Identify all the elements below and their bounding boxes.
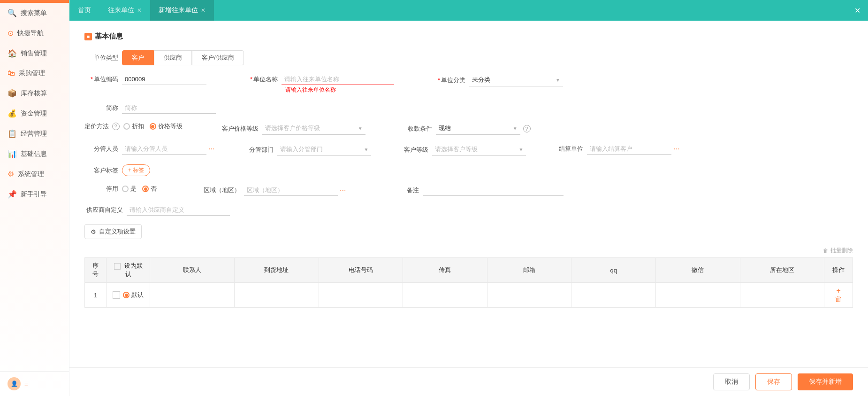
batch-delete-label[interactable]: 批量删除 — [830, 247, 853, 255]
manager-more-icon[interactable]: ··· — [206, 145, 216, 153]
tab-add-partner[interactable]: 新增往来单位 ✕ — [150, 0, 214, 21]
customer-level-select[interactable]: 请选择客户等级 ▼ — [432, 143, 526, 156]
short-name-field: 简称 — [84, 102, 216, 114]
pricing-help-icon[interactable]: ? — [112, 123, 120, 130]
address-input[interactable] — [239, 292, 314, 299]
unit-type-buttons: 客户 供应商 客户/供应商 — [122, 50, 244, 65]
settlement-input[interactable] — [587, 143, 671, 155]
manager-input[interactable] — [122, 143, 206, 155]
email-input[interactable] — [492, 292, 567, 299]
row-add-icon[interactable]: + — [836, 287, 840, 295]
cell-fax[interactable] — [403, 283, 487, 308]
phone-input[interactable] — [324, 292, 398, 299]
col-region: 所在地区 — [740, 258, 824, 283]
cell-qq[interactable] — [571, 283, 656, 308]
pricing-level-radio[interactable]: 价格等级 — [150, 122, 183, 131]
payment-terms-select[interactable]: 现结 ▼ — [436, 122, 520, 135]
pricing-level-circle — [150, 123, 156, 130]
cell-region[interactable] — [740, 283, 824, 308]
qq-input[interactable] — [576, 292, 651, 299]
sidebar-item-system[interactable]: ⚙ 系统管理 — [0, 164, 69, 184]
disabled-no-radio[interactable]: 否 — [142, 185, 157, 193]
sidebar-item-quick-nav[interactable]: ⊙ 快捷导航 — [0, 23, 69, 43]
tab-add-partner-close[interactable]: ✕ — [201, 7, 206, 14]
sidebar: 🔍 搜索菜单 ⊙ 快捷导航 🏠 销售管理 🛍 采购管理 📦 库存核算 💰 资金管… — [0, 0, 69, 396]
customer-price-field: 客户价格等级 请选择客户价格等级 ▼ — [220, 122, 365, 135]
customer-price-label: 客户价格等级 — [220, 124, 262, 133]
payment-terms-help-icon[interactable]: ? — [523, 125, 531, 132]
disabled-yes-circle — [122, 186, 129, 192]
region-table-input[interactable] — [745, 292, 820, 299]
sidebar-item-guide[interactable]: 📌 新手引导 — [0, 184, 69, 204]
batch-delete-row: 🗑 批量删除 — [84, 247, 853, 255]
tab-partner-list[interactable]: 往来单位 ✕ — [99, 0, 150, 21]
sidebar-item-finance-label: 资金管理 — [21, 109, 47, 118]
col-contact: 联系人 — [150, 258, 235, 283]
sidebar-item-basic[interactable]: 📊 基础信息 — [0, 144, 69, 164]
tag-add-button[interactable]: + 标签 — [122, 164, 150, 176]
row-default-radio[interactable]: 默认 — [123, 291, 144, 299]
customer-price-select[interactable]: 请选择客户价格等级 ▼ — [262, 122, 365, 135]
batch-delete-icon: 🗑 — [823, 248, 829, 254]
cell-email[interactable] — [487, 283, 571, 308]
region-more-icon[interactable]: ··· — [338, 186, 348, 194]
region-label: 区域（地区） — [204, 186, 244, 194]
short-name-row: 简称 — [84, 102, 853, 114]
tag-row: 客户标签 + 标签 — [84, 164, 853, 176]
operations-icon: 📋 — [8, 129, 17, 138]
contacts-table: 序号 设为默认 联系人 到货地址 电话号码 传真 邮箱 qq 微信 所在地区 操… — [84, 257, 853, 308]
sidebar-item-inventory-label: 库存核算 — [21, 89, 47, 98]
tag-label: 客户标签 — [84, 166, 122, 175]
cancel-button[interactable]: 取消 — [713, 373, 750, 390]
remark-input[interactable] — [423, 185, 563, 196]
sidebar-item-inventory[interactable]: 📦 库存核算 — [0, 83, 69, 103]
customer-level-chevron: ▼ — [518, 147, 523, 152]
custom-settings-button[interactable]: ⚙ 自定义项设置 — [84, 224, 142, 239]
type-btn-supplier[interactable]: 供应商 — [154, 50, 192, 65]
settlement-more-icon[interactable]: ··· — [671, 145, 681, 153]
row-checkbox[interactable] — [113, 291, 120, 299]
unit-name-input[interactable] — [282, 74, 394, 85]
global-close-button[interactable]: ✕ — [847, 0, 868, 21]
sidebar-item-purchase[interactable]: 🛍 采购管理 — [0, 63, 69, 83]
unit-code-input[interactable] — [122, 74, 206, 85]
cell-wechat[interactable] — [656, 283, 740, 308]
sidebar-item-operations[interactable]: 📋 经营管理 — [0, 124, 69, 144]
unit-category-select[interactable]: 未分类 ▼ — [469, 74, 563, 86]
sidebar-item-search[interactable]: 🔍 搜索菜单 — [0, 3, 69, 23]
cell-phone[interactable] — [319, 283, 403, 308]
sidebar-item-purchase-label: 采购管理 — [19, 69, 45, 78]
bars-icon: ≡ — [24, 380, 28, 388]
sidebar-item-finance[interactable]: 💰 资金管理 — [0, 103, 69, 124]
wechat-input[interactable] — [661, 292, 735, 299]
tab-home-label: 首页 — [78, 6, 91, 15]
unit-name-error: 请输入往来单位名称 — [285, 86, 394, 94]
cell-address[interactable] — [234, 283, 319, 308]
payment-terms-label: 收款条件 — [403, 124, 436, 133]
sidebar-item-sales[interactable]: 🏠 销售管理 — [0, 43, 69, 63]
save-new-button[interactable]: 保存并新增 — [798, 373, 853, 390]
tab-partner-list-close[interactable]: ✕ — [137, 7, 142, 14]
department-field: 分管部门 请输入分管部门 ▼ — [244, 143, 371, 156]
row-delete-icon[interactable]: 🗑 — [835, 295, 842, 303]
select-all-checkbox[interactable] — [114, 263, 121, 270]
supplier-custom-input[interactable] — [127, 204, 230, 216]
department-select[interactable]: 请输入分管部门 ▼ — [277, 143, 371, 156]
region-field: 区域（地区） ··· — [204, 185, 348, 196]
disabled-yes-radio[interactable]: 是 — [122, 185, 137, 193]
type-btn-both[interactable]: 客户/供应商 — [192, 50, 244, 65]
cell-contact[interactable] — [150, 283, 235, 308]
pricing-discount-radio[interactable]: 折扣 — [123, 122, 144, 131]
save-button[interactable]: 保存 — [755, 373, 792, 390]
unit-type-field: 单位类型 客户 供应商 客户/供应商 — [84, 50, 244, 65]
sidebar-bottom: 👤 ≡ — [0, 371, 69, 396]
tab-add-partner-label: 新增往来单位 — [159, 6, 198, 15]
fax-input[interactable] — [408, 292, 482, 299]
contact-input[interactable] — [155, 292, 229, 299]
short-name-input[interactable] — [122, 102, 216, 114]
region-input[interactable] — [244, 185, 338, 196]
type-btn-customer[interactable]: 客户 — [122, 50, 154, 65]
main-area: 首页 往来单位 ✕ 新增往来单位 ✕ ✕ ■ 基本信息 单位类型 客户 供应商 … — [69, 0, 868, 396]
col-phone: 电话号码 — [319, 258, 403, 283]
tab-home[interactable]: 首页 — [69, 0, 99, 21]
